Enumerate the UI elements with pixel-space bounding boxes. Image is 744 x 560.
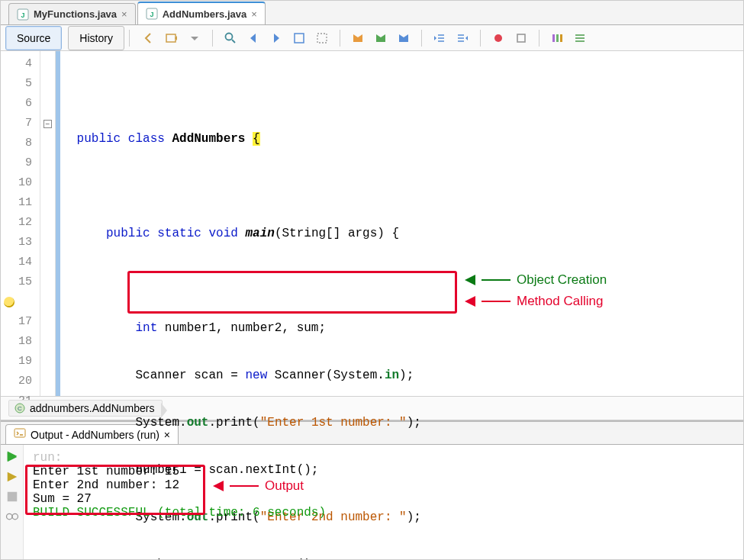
annotation-label: Method Calling xyxy=(517,294,603,309)
dashed-box-icon[interactable] xyxy=(314,30,330,47)
code-text: main xyxy=(245,227,274,240)
file-tab-label: AddNumbers.java xyxy=(163,8,247,20)
code-text: ); xyxy=(399,369,414,382)
code-text: Scanner(System. xyxy=(267,369,385,382)
file-tab-addnumbers[interactable]: J AddNumbers.java × xyxy=(137,2,266,24)
run-controls xyxy=(1,445,24,559)
code-text: number1, number2, sum; xyxy=(157,321,326,335)
svg-point-8 xyxy=(494,34,502,42)
line-number: 8 xyxy=(1,134,40,153)
fold-toggle-icon[interactable]: − xyxy=(43,120,52,128)
line-number: 10 xyxy=(1,173,40,193)
stop-run-button[interactable] xyxy=(5,489,20,504)
svg-rect-16 xyxy=(7,492,17,502)
code-text: class xyxy=(128,132,165,146)
svg-text:C: C xyxy=(18,405,22,412)
svg-rect-4 xyxy=(166,34,176,42)
separator xyxy=(480,30,481,47)
line-number: 13 xyxy=(1,233,40,253)
green-shape-icon[interactable] xyxy=(372,30,389,47)
code-text: public xyxy=(77,132,121,146)
code-text: in xyxy=(385,369,399,382)
line-number: 15 xyxy=(1,272,40,292)
settings-run-icon[interactable] xyxy=(5,509,20,524)
line-number: 9 xyxy=(1,153,40,173)
line-number: 7 xyxy=(1,114,40,134)
close-icon[interactable]: × xyxy=(251,8,257,20)
separator xyxy=(421,30,422,47)
line-number-gutter: 4 5 6 7 8 9 10 11 12 13 14 15 17 18 19 2… xyxy=(1,51,40,396)
console-line: Enter 1st number: 15 xyxy=(33,465,734,478)
console-line: Enter 2nd number: 12 xyxy=(33,478,734,492)
blue-shape-icon[interactable] xyxy=(395,30,412,47)
code-text: void xyxy=(208,227,237,240)
search-icon[interactable] xyxy=(222,30,239,47)
line-number: 11 xyxy=(1,193,40,213)
code-text: ); xyxy=(407,416,421,430)
box-select-icon[interactable] xyxy=(291,30,308,47)
java-file-icon: J xyxy=(146,8,158,20)
close-icon[interactable]: × xyxy=(121,8,127,20)
comment-lines-icon[interactable] xyxy=(572,30,588,47)
shift-right-icon[interactable] xyxy=(454,30,471,47)
annotation-output: Output xyxy=(213,478,304,494)
line-number: 19 xyxy=(1,352,40,372)
code-text: out xyxy=(187,416,209,430)
line-number: 17 xyxy=(1,312,40,332)
svg-rect-6 xyxy=(295,34,304,43)
dropdown-icon[interactable] xyxy=(186,30,203,47)
separator xyxy=(212,30,213,47)
file-tab-bar: J MyFunctions.java × J AddNumbers.java × xyxy=(1,1,743,25)
code-text: { xyxy=(253,132,260,146)
code-text: static xyxy=(157,227,201,240)
history-button[interactable]: History xyxy=(68,26,124,50)
code-text: .print( xyxy=(208,416,259,430)
annotation-label: Output xyxy=(265,478,304,494)
file-tab-myfunctions[interactable]: J MyFunctions.java × xyxy=(8,3,136,24)
svg-point-18 xyxy=(12,513,18,520)
code-text: "Enter 1st number: " xyxy=(260,416,407,430)
next-arrow-icon[interactable] xyxy=(268,30,285,47)
console-line: BUILD SUCCESSFUL (total time: 6 seconds) xyxy=(33,506,734,520)
code-text: Scanner scan = xyxy=(135,369,245,382)
code-text: (String[] args) { xyxy=(275,227,399,240)
separator xyxy=(539,30,539,47)
prev-arrow-icon[interactable] xyxy=(245,30,262,47)
record-icon[interactable] xyxy=(490,30,507,47)
run-button[interactable] xyxy=(5,469,20,484)
svg-rect-11 xyxy=(556,34,559,42)
class-icon: C xyxy=(14,402,26,414)
svg-text:J: J xyxy=(21,11,24,19)
source-button[interactable]: Source xyxy=(5,26,62,50)
code-editor[interactable]: 4 5 6 7 8 9 10 11 12 13 14 15 17 18 19 2… xyxy=(1,51,743,396)
svg-rect-12 xyxy=(560,34,562,42)
line-number: 18 xyxy=(1,332,40,352)
nav-fwd-icon[interactable] xyxy=(163,30,180,47)
file-tab-label: MyFunctions.java xyxy=(34,8,117,20)
line-number: 4 xyxy=(1,54,40,74)
lightbulb-icon[interactable] xyxy=(1,292,40,312)
annotation-method-calling: Method Calling xyxy=(465,294,603,309)
code-text: public xyxy=(106,227,150,240)
code-area[interactable]: public class AddNumbers { public static … xyxy=(60,51,743,396)
rerun-button[interactable] xyxy=(5,449,20,465)
svg-text:J: J xyxy=(150,11,153,18)
line-number: 14 xyxy=(1,253,40,272)
stop-icon[interactable] xyxy=(513,30,530,47)
nav-back-icon[interactable] xyxy=(140,30,157,47)
breadcrumb-label: addnumbers.AddNumbers xyxy=(30,402,154,414)
java-file-icon: J xyxy=(17,8,29,21)
fold-column: − xyxy=(40,51,56,396)
shift-left-icon[interactable] xyxy=(431,30,448,47)
console-line: Sum = 27 xyxy=(33,492,734,506)
svg-point-5 xyxy=(225,33,232,40)
line-number: 12 xyxy=(1,213,40,233)
breadcrumb-item[interactable]: C addnumbers.AddNumbers xyxy=(8,400,163,417)
orange-shape-icon[interactable] xyxy=(349,30,366,47)
line-number: 5 xyxy=(1,74,40,94)
bars-color-icon[interactable] xyxy=(549,30,565,47)
code-text: new xyxy=(245,369,267,382)
console-output[interactable]: run: Enter 1st number: 15 Enter 2nd numb… xyxy=(24,445,743,559)
svg-rect-15 xyxy=(14,429,25,437)
annotation-object-creation: Object Creation xyxy=(465,272,607,288)
